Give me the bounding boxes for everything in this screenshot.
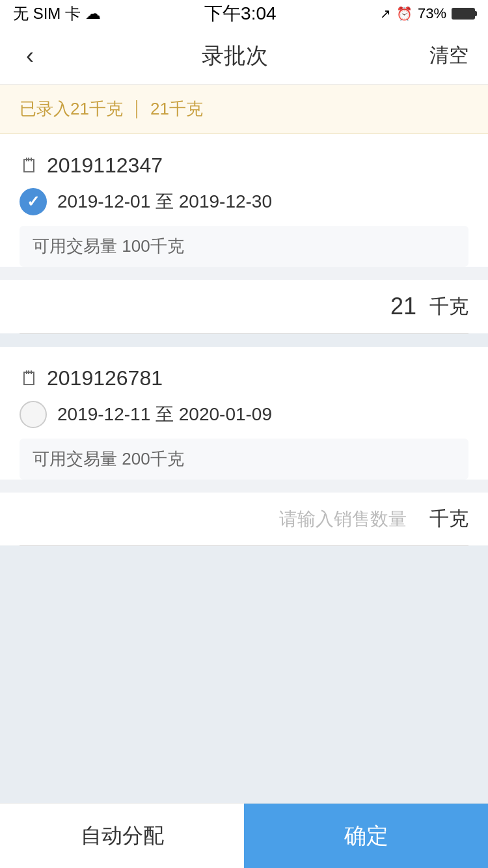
batch-1-icon: 🗒	[20, 155, 39, 177]
batch-1-date-row: 2019-12-01 至 2019-12-30	[20, 188, 468, 215]
batch-2-icon: 🗒	[20, 368, 39, 390]
battery-percent: 73%	[418, 5, 446, 22]
auto-distribute-label: 自动分配	[81, 822, 164, 850]
location-icon: ↗	[380, 6, 391, 21]
section-separator	[0, 334, 488, 347]
batch-2-qty-row: 千克	[0, 493, 488, 545]
batch-card-2: 🗒 2019126781 2019-12-11 至 2020-01-09 可用交…	[0, 347, 488, 480]
batch-card-1: 🗒 2019112347 2019-12-01 至 2019-12-30 可用交…	[0, 134, 488, 267]
batch-2-id: 2019126781	[47, 366, 163, 390]
auto-distribute-button[interactable]: 自动分配	[0, 804, 244, 868]
status-bar: 无 SIM 卡 ☁ 下午3:04 ↗ ⏰ 73%	[0, 0, 488, 27]
status-time: 下午3:04	[204, 1, 277, 26]
main-content: 🗒 2019112347 2019-12-01 至 2019-12-30 可用交…	[0, 134, 488, 868]
confirm-button[interactable]: 确定	[244, 804, 488, 868]
action-bar: 自动分配 确定	[0, 803, 488, 868]
confirm-label: 确定	[344, 821, 388, 851]
empty-space	[0, 546, 488, 806]
clear-button[interactable]: 清空	[429, 42, 468, 69]
batch-1-qty-row: 21 千克	[0, 280, 488, 333]
nav-bar: ‹ 录批次 清空	[0, 27, 488, 85]
info-banner: 已录入21千克 21千克	[0, 85, 488, 134]
batch-2-qty-unit: 千克	[429, 506, 468, 532]
batch-1-qty-value: 21	[390, 293, 416, 320]
batch-2-date: 2019-12-11 至 2020-01-09	[57, 402, 272, 427]
batch-1-available-qty: 可用交易量 100千克	[20, 226, 468, 267]
battery-icon	[452, 8, 475, 20]
batch-2-available-qty: 可用交易量 200千克	[20, 439, 468, 480]
alarm-icon: ⏰	[396, 6, 413, 21]
back-button[interactable]: ‹	[20, 36, 40, 76]
batch-2-radio[interactable]	[20, 401, 47, 428]
info-divider	[136, 100, 137, 118]
batch-1-id: 2019112347	[47, 154, 163, 178]
status-left: 无 SIM 卡 ☁	[13, 3, 101, 24]
batch-2-header: 🗒 2019126781	[20, 366, 468, 390]
status-right: ↗ ⏰ 73%	[380, 5, 475, 22]
batch-1-date: 2019-12-01 至 2019-12-30	[57, 189, 272, 214]
recorded-label: 已录入21千克	[20, 98, 123, 120]
recorded-value: 21千克	[150, 98, 203, 120]
batch-1-radio[interactable]	[20, 188, 47, 215]
batch-2-qty-input[interactable]	[183, 509, 416, 530]
batch-1-header: 🗒 2019112347	[20, 154, 468, 178]
batch-2-date-row: 2019-12-11 至 2020-01-09	[20, 401, 468, 428]
batch-1-qty-unit: 千克	[429, 293, 468, 320]
sim-text: 无 SIM 卡 ☁	[13, 3, 101, 24]
page-title: 录批次	[202, 41, 268, 71]
